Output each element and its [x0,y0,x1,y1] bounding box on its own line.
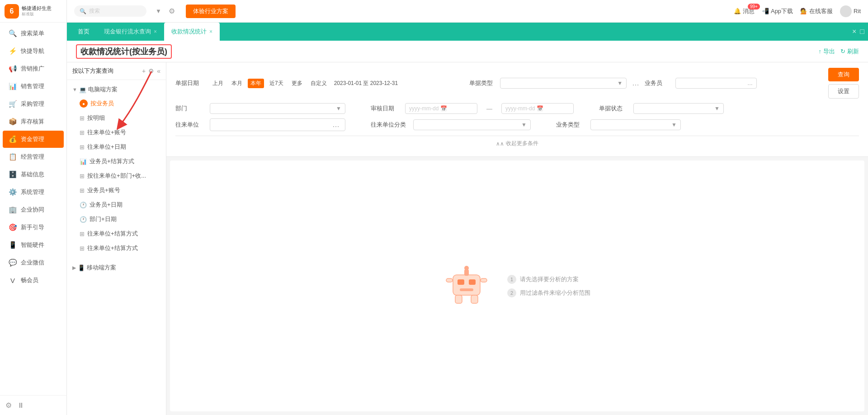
tree-item-unit-method2[interactable]: ⊞ 往来单位+结算方式 [67,241,166,255]
filter-counterpart-class-select[interactable]: ▼ [413,119,531,130]
sidebar-settings-btn[interactable]: ⚙ [5,401,12,410]
sidebar-item-operation[interactable]: 📋 经营管理 [3,148,64,165]
date-shortcut-last-month[interactable]: 上月 [210,79,226,88]
tree-item-by-detail-label: 按明细 [87,114,105,122]
sidebar-item-wechat[interactable]: 💬 企业微信 [3,254,64,271]
tree-item-unit-account-icon: ⊞ [80,129,85,136]
calendar-from-icon[interactable]: 📅 [440,105,447,112]
tree-item-by-salesperson[interactable]: ● 按业务员 [67,96,166,111]
left-panel-settings-icon[interactable]: ⚙ [148,67,154,75]
tree-group-mobile[interactable]: ▶ 📱 移动端方案 [67,261,166,274]
sidebar-collapse-btn[interactable]: ⏸ [17,401,24,410]
tree-item-unit-dept-collect[interactable]: ⊞ 按往来单位+部门+收... [67,169,166,183]
filter-date-separator: — [486,105,492,112]
left-panel-add-icon[interactable]: + [142,67,146,75]
tab-bank-flow[interactable]: 现金银行流水查询 × [97,23,164,41]
enterprise-icon: 🏢 [8,206,17,214]
export-button[interactable]: ↑ 导出 [819,47,835,56]
date-shortcut-more[interactable]: 更多 [289,79,305,88]
sidebar-item-member[interactable]: V 畅会员 [3,272,64,289]
tree-item-unit-account[interactable]: ⊞ 往来单位+账号 [67,125,166,140]
marketing-icon: 📢 [8,65,17,73]
sidebar-item-system[interactable]: ⚙️ 系统管理 [3,184,64,201]
sidebar-item-sales-label: 销售管理 [21,82,44,90]
query-button[interactable]: 查询 [828,68,859,81]
tree-item-unit-date[interactable]: ⊞ 往来单位+日期 [67,140,166,154]
topbar-dropdown-icon[interactable]: ▼ [156,8,161,14]
filter-salesperson-select[interactable]: … [675,78,757,89]
sidebar-item-guide-label: 新手引导 [21,223,44,231]
tab-bank-flow-close-icon[interactable]: × [154,28,157,35]
filter-dept-select[interactable]: ▼ [210,103,345,114]
date-shortcut-this-month[interactable]: 本月 [229,79,245,88]
filter-voucher-type-select[interactable]: ▼ [500,78,627,89]
setup-button[interactable]: 设置 [828,84,859,99]
sidebar-item-guide[interactable]: 🎯 新手引导 [3,219,64,236]
tree-item-udc-label: 按往来单位+部门+收... [87,172,146,180]
sidebar-item-inventory[interactable]: 📦 库存核算 [3,113,64,130]
sidebar-item-basic-info[interactable]: 🗄️ 基础信息 [3,166,64,183]
filter-review-date-from[interactable]: yyyy-mm-dd 📅 [405,103,477,114]
sidebar-item-search[interactable]: 🔍 搜索菜单 [3,25,64,42]
filter-salesperson-dots[interactable]: … [632,79,639,87]
tree-desktop-label: 电脑端方案 [88,85,118,94]
left-panel-collapse-icon[interactable]: « [157,67,160,75]
sidebar-item-purchase[interactable]: 🛒 采购管理 [3,95,64,113]
topbar-user-area[interactable]: Rit [840,5,861,17]
tree-item-salesperson-date[interactable]: 🕐 业务员+日期 [67,198,166,212]
filter-date-shortcuts: 上月 本月 本年 近7天 更多 自定义 2023-01-01 至 2023-12… [210,79,398,88]
sidebar-item-quick-nav[interactable]: ⚡ 快捷导航 [3,42,64,60]
sidebar-item-quick-nav-label: 快捷导航 [21,47,44,55]
tree-item-salesperson-account[interactable]: ⊞ 业务员+账号 [67,183,166,198]
basic-info-icon: 🗄️ [8,170,17,179]
topbar-online-service-btn[interactable]: 💁 在线客服 [800,7,833,15]
tab-receipt-stats-close-icon[interactable]: × [209,28,212,35]
filter-business-type-select[interactable]: ▼ [590,119,681,130]
body-area: 按以下方案查询 + ⚙ « ▼ 💻 电脑端方案 ● 按业务员 [67,62,868,415]
sidebar-item-sales[interactable]: 📊 销售管理 [3,78,64,95]
filter-date-label: 单据日期 [175,79,203,87]
refresh-icon: ↻ [840,48,845,55]
tree-group-desktop[interactable]: ▼ 💻 电脑端方案 [67,83,166,96]
date-shortcut-last-7days[interactable]: 近7天 [267,79,286,88]
sidebar-item-marketing[interactable]: 📢 营销推广 [3,60,64,77]
app-logo-text: 畅捷通好生意 [22,5,52,11]
refresh-button[interactable]: ↻ 刷新 [840,47,859,56]
collapse-more-button[interactable]: ∧∧ 收起更多条件 [496,140,538,147]
topbar-trial-button[interactable]: 体验行业方案 [186,5,236,18]
filter-review-date-to[interactable]: yyyy-mm-dd 📅 [501,103,574,114]
sidebar-item-finance[interactable]: 💰 资金管理 [3,131,64,148]
online-service-icon: 💁 [800,8,807,14]
calendar-to-icon[interactable]: 📅 [537,105,543,112]
right-panel: 单据日期 上月 本月 本年 近7天 更多 自定义 2023-01-01 至 20… [166,62,868,415]
filter-counterpart-select[interactable]: … [210,118,345,131]
topbar-gear-icon[interactable]: ⚙ [169,7,175,15]
topbar-messages-btn[interactable]: 🔔 消息 99+ [734,7,755,15]
sidebar-item-enterprise[interactable]: 🏢 企业协同 [3,201,64,218]
tab-receipt-stats[interactable]: 收款情况统计 × [164,23,220,41]
quick-nav-icon: ⚡ [8,47,17,55]
tab-home[interactable]: 首页 [71,23,97,41]
date-shortcut-custom[interactable]: 自定义 [308,79,330,88]
tree-item-by-detail[interactable]: ⊞ 按明细 [67,111,166,125]
tree-item-dept-date[interactable]: 🕐 部门+日期 [67,212,166,226]
svg-rect-4 [464,269,469,276]
empty-hints: 1 请先选择要分析的方案 2 用过滤条件来缩小分析范围 [507,275,590,297]
sidebar-item-smart-hw[interactable]: 📱 智能硬件 [3,236,64,254]
filter-row-date: 单据日期 上月 本月 本年 近7天 更多 自定义 2023-01-01 至 20… [175,68,859,99]
tree-item-unit-method1[interactable]: ⊞ 往来单位+结算方式 [67,226,166,241]
tree-item-salesperson-method[interactable]: 📊 业务员+结算方式 [67,154,166,169]
window-close-icon[interactable]: × [852,28,856,36]
tree-item-spd-label: 业务员+日期 [90,201,123,209]
filter-review-date-label: 审核日期 [371,104,398,113]
tree-item-dd-icon: 🕐 [80,216,87,223]
topbar-search[interactable]: 🔍 搜索 [74,5,146,17]
topbar-app-download-btn[interactable]: 📲 App下载 [762,7,793,15]
filter-counterpart-dots[interactable]: … [332,121,340,129]
refresh-label: 刷新 [847,47,859,56]
wechat-icon: 💬 [8,259,17,267]
window-maximize-icon[interactable]: □ [860,28,864,36]
tree-desktop-arrow: ▼ [72,87,77,92]
date-shortcut-this-year[interactable]: 本年 [248,79,264,88]
filter-voucher-status-select[interactable]: ▼ [633,103,724,114]
